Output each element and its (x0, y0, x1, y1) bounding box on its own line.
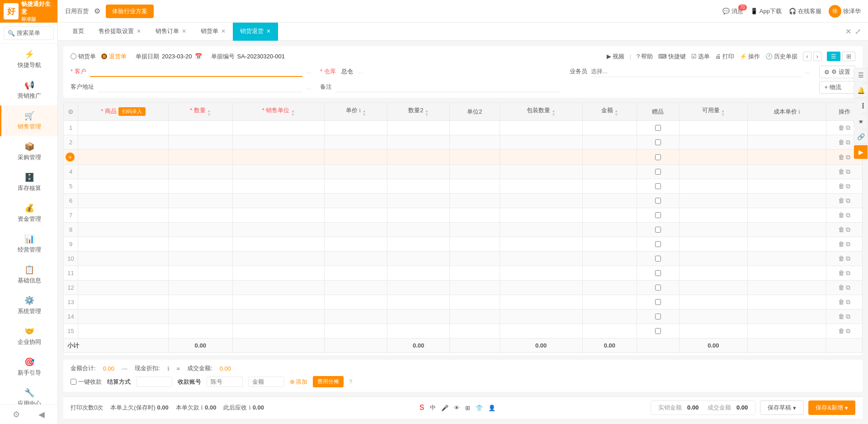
one-click-pay-checkbox-label[interactable]: 一键收款 (71, 378, 102, 386)
col-gear[interactable]: ⚙ (64, 103, 78, 121)
account-input[interactable] (207, 376, 243, 387)
row-gift-cell[interactable] (637, 324, 679, 338)
row-goods-cell[interactable] (78, 266, 169, 281)
row-sales-unit-cell[interactable] (232, 252, 325, 266)
sidebar-item-operations[interactable]: 📊 经营管理 (0, 229, 57, 259)
table-settings-icon[interactable]: ⚙ (68, 108, 74, 115)
row-gift-cell[interactable] (637, 295, 679, 310)
row-gift-cell[interactable] (637, 121, 679, 135)
copy-row-button[interactable]: ⧉ (846, 153, 850, 161)
row-available-cell[interactable] (679, 223, 748, 237)
row-quantity-cell[interactable] (169, 179, 233, 194)
tab-sales-return[interactable]: 销货退货 ✕ (233, 23, 278, 41)
gift-checkbox[interactable] (655, 139, 661, 145)
goods-input[interactable] (80, 154, 166, 161)
sidebar-item-appcenter[interactable]: 🔧 应用中心 (0, 382, 57, 405)
row-gift-cell[interactable] (637, 135, 679, 150)
delete-row-button[interactable]: 🗑 (838, 255, 844, 262)
sidebar-settings-button[interactable]: ⚙ (13, 410, 20, 419)
row-goods-cell[interactable] (78, 237, 169, 252)
row-quantity2-cell[interactable] (387, 295, 450, 310)
row-amount-cell[interactable] (582, 208, 637, 223)
save-new-button[interactable]: 保存&新增 ▾ (808, 400, 855, 415)
row-available-cell[interactable] (679, 135, 748, 150)
row-unit-price-cell[interactable] (325, 135, 387, 150)
warehouse-select-button[interactable]: ... (359, 68, 363, 75)
row-available-cell[interactable] (679, 281, 748, 295)
row-cost-price-cell[interactable] (748, 150, 826, 165)
delete-row-button[interactable]: 🗑 (838, 313, 844, 320)
row-gift-cell[interactable] (637, 237, 679, 252)
row-unit-price-cell[interactable] (325, 208, 387, 223)
row-sales-unit-cell[interactable] (232, 150, 325, 165)
add-row-button[interactable]: + (66, 152, 75, 162)
gift-checkbox[interactable] (655, 241, 661, 247)
row-cost-price-cell[interactable] (748, 281, 826, 295)
row-unit-price-cell[interactable] (325, 121, 387, 135)
row-unit2-cell[interactable] (450, 150, 500, 165)
delete-row-button[interactable]: 🗑 (838, 211, 844, 219)
row-pack-qty-cell[interactable] (500, 165, 582, 179)
row-cost-price-cell[interactable] (748, 179, 826, 194)
note-input[interactable] (335, 81, 561, 92)
row-quantity2-cell[interactable] (387, 165, 450, 179)
sidebar-item-finance[interactable]: 💰 资金管理 (0, 198, 57, 229)
address-select-button[interactable]: ... (306, 84, 311, 91)
gift-checkbox[interactable] (655, 328, 661, 334)
row-cost-price-cell[interactable] (748, 252, 826, 266)
row-quantity-cell[interactable] (169, 266, 233, 281)
topbar-gear-button[interactable]: ⚙ (94, 7, 100, 15)
select-link[interactable]: ☑ 选单 (691, 52, 710, 61)
row-cost-price-cell[interactable] (748, 165, 826, 179)
copy-row-button[interactable]: ⧉ (846, 284, 850, 291)
row-goods-cell[interactable] (78, 179, 169, 194)
delete-row-button[interactable]: 🗑 (838, 124, 844, 131)
gift-checkbox[interactable] (655, 154, 661, 160)
list-view-button[interactable]: ☰ (827, 52, 840, 61)
copy-row-button[interactable]: ⧉ (846, 226, 850, 233)
row-goods-cell[interactable] (78, 324, 169, 338)
row-unit2-cell[interactable] (450, 281, 500, 295)
quick-tool-table[interactable]: ☰ (854, 68, 868, 82)
row-pack-qty-cell[interactable] (500, 237, 582, 252)
row-quantity-cell[interactable] (169, 281, 233, 295)
delete-row-button[interactable]: 🗑 (838, 327, 844, 334)
row-gift-cell[interactable] (637, 208, 679, 223)
row-available-cell[interactable] (679, 252, 748, 266)
row-unit-price-cell[interactable] (325, 281, 387, 295)
row-unit2-cell[interactable] (450, 310, 500, 324)
gift-checkbox[interactable] (655, 270, 661, 276)
add-fee-button[interactable]: ⊕ 添加 (290, 378, 307, 386)
row-available-cell[interactable] (679, 208, 748, 223)
salesperson-select-button[interactable]: ... (805, 68, 810, 75)
row-pack-qty-cell[interactable] (500, 324, 582, 338)
row-goods-cell[interactable] (78, 310, 169, 324)
row-available-cell[interactable] (679, 295, 748, 310)
tab-sales-delivery[interactable]: 销货单 ✕ (193, 23, 233, 41)
prev-history-button[interactable]: ‹ (803, 52, 811, 61)
user-avatar-area[interactable]: 徐 徐泽华 (829, 5, 861, 18)
close-tab-button[interactable]: ✕ (845, 27, 851, 36)
sidebar-item-purchase[interactable]: 📦 采购管理 (0, 136, 57, 167)
row-sales-unit-cell[interactable] (232, 281, 325, 295)
row-quantity2-cell[interactable] (387, 310, 450, 324)
row-amount-cell[interactable] (582, 252, 637, 266)
operate-link[interactable]: ⚡ 操作 (740, 52, 760, 61)
row-amount-cell[interactable] (582, 135, 637, 150)
row-cost-price-cell[interactable] (748, 266, 826, 281)
row-amount-cell[interactable] (582, 237, 637, 252)
row-goods-cell[interactable] (78, 194, 169, 208)
row-unit2-cell[interactable] (450, 208, 500, 223)
gift-checkbox[interactable] (655, 299, 661, 305)
row-goods-cell[interactable] (78, 121, 169, 135)
address-input[interactable] (98, 81, 302, 92)
row-cost-price-cell[interactable] (748, 223, 826, 237)
row-cost-price-cell[interactable] (748, 121, 826, 135)
row-unit-price-cell[interactable] (325, 179, 387, 194)
row-cost-price-cell[interactable] (748, 237, 826, 252)
row-sales-unit-cell[interactable] (232, 165, 325, 179)
close-price-setting-tab[interactable]: ✕ (137, 28, 141, 34)
logistics-button[interactable]: + 物流 (819, 81, 855, 94)
row-cost-price-cell[interactable] (748, 194, 826, 208)
app-download-button[interactable]: 📱 App下载 (750, 7, 782, 15)
